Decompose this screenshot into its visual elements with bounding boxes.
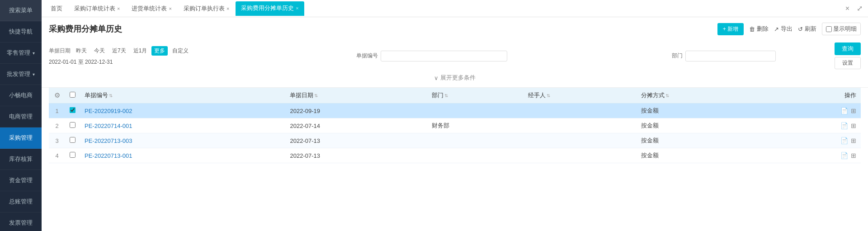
op-cell: 📄 ⊞ xyxy=(771,118,861,133)
filter-row-1: 单据日期 昨天 今天 近7天 近1月 更多 自定义 2022-01-01 至 2… xyxy=(49,42,861,69)
filter-area: 单据日期 昨天 今天 近7天 近1月 更多 自定义 2022-01-01 至 2… xyxy=(42,39,868,88)
doc-no-link[interactable]: PE-20220919-002 xyxy=(85,108,132,114)
export-button[interactable]: ↗ 导出 xyxy=(774,25,793,33)
op-icons: 📄 ⊞ xyxy=(775,137,856,144)
detail-icon[interactable]: ⊞ xyxy=(851,107,856,114)
close-all-tabs-icon[interactable]: × xyxy=(844,4,851,14)
tab-close-icon[interactable]: × xyxy=(296,5,298,11)
data-table-wrap: ⚙ 单据编号 ⇅ 单据日期 ⇅ xyxy=(42,88,868,231)
refresh-button[interactable]: ↺ 刷新 xyxy=(798,25,816,33)
handler-cell xyxy=(524,104,637,118)
sidebar-item-ledger[interactable]: 总账管理 xyxy=(0,191,42,212)
sidebar-item-label: 总账管理 xyxy=(9,198,33,205)
sidebar-item-quick-nav[interactable]: 快捷导航 xyxy=(0,21,42,42)
op-icons: 📄 ⊞ xyxy=(775,122,856,129)
sort-icon[interactable]: ⇅ xyxy=(665,93,669,98)
row-checkbox[interactable] xyxy=(70,122,75,128)
detail-icon[interactable]: ⊞ xyxy=(851,137,856,144)
row-checkbox[interactable] xyxy=(70,107,75,113)
query-button[interactable]: 查询 xyxy=(835,42,861,55)
page-title: 采购费用分摊单历史 xyxy=(49,24,122,34)
row-num: 2 xyxy=(49,118,65,133)
dept-select[interactable]: 财务部 xyxy=(685,51,776,61)
split-method-cell: 按金额 xyxy=(637,118,771,133)
row-num: 4 xyxy=(49,148,65,163)
col-checkbox xyxy=(65,88,80,104)
split-method-cell: 按金额 xyxy=(637,104,771,118)
date-btn-custom[interactable]: 自定义 xyxy=(170,46,191,56)
detail-icon[interactable]: ⊞ xyxy=(851,122,856,129)
sidebar-item-wholesale[interactable]: 批发管理 ▾ xyxy=(0,64,42,85)
table-header: ⚙ 单据编号 ⇅ 单据日期 ⇅ xyxy=(49,88,861,104)
tab-purchase-order-exec[interactable]: 采购订单执行表 × xyxy=(178,2,235,15)
tab-purchase-cost-split[interactable]: 采购费用分摊单历史 × xyxy=(236,1,304,16)
add-button[interactable]: + 新增 xyxy=(717,23,744,35)
col-settings[interactable]: ⚙ xyxy=(49,88,65,104)
tab-close-icon[interactable]: × xyxy=(169,6,171,11)
gear-icon[interactable]: ⚙ xyxy=(54,91,60,99)
view-icon[interactable]: 📄 xyxy=(840,137,848,144)
date-btn-7days[interactable]: 近7天 xyxy=(109,46,129,56)
date-btn-1month[interactable]: 近1月 xyxy=(131,46,150,56)
sort-icon[interactable]: ⇅ xyxy=(547,93,550,98)
handler-cell xyxy=(524,148,637,163)
tab-close-icon[interactable]: × xyxy=(117,6,120,11)
col-dept: 部门 ⇅ xyxy=(427,88,524,104)
date-filter-label: 单据日期 xyxy=(49,47,71,55)
select-all-checkbox[interactable] xyxy=(70,92,75,98)
detail-icon[interactable]: ⊞ xyxy=(851,152,856,159)
sidebar-item-label: 零售管理 xyxy=(7,49,30,56)
doc-no-link[interactable]: PE-20220714-001 xyxy=(85,123,132,129)
row-checkbox[interactable] xyxy=(70,137,75,143)
settings-button[interactable]: 设置 xyxy=(835,57,861,69)
date-btn-yesterday[interactable]: 昨天 xyxy=(73,46,90,56)
sidebar-item-ecom[interactable]: 电商管理 xyxy=(0,106,42,127)
date-btn-more[interactable]: 更多 xyxy=(151,46,168,56)
op-cell: 📄 ⊞ xyxy=(771,133,861,148)
sidebar-item-label: 快捷导航 xyxy=(9,28,33,35)
doc-no-cell: PE-20220713-001 xyxy=(80,148,285,163)
sidebar-item-invoice[interactable]: 发票管理 xyxy=(0,212,42,231)
sidebar-item-retail[interactable]: 零售管理 ▾ xyxy=(0,42,42,64)
delete-button[interactable]: 🗑 删除 xyxy=(749,25,769,33)
date-btn-today[interactable]: 今天 xyxy=(91,46,108,56)
date-quick-buttons: 昨天 今天 近7天 近1月 更多 自定义 xyxy=(73,46,191,56)
expand-icon[interactable]: ⤢ xyxy=(855,3,864,14)
chevron-down-icon: ▾ xyxy=(33,72,35,77)
doc-no-input[interactable] xyxy=(381,51,507,61)
doc-no-link[interactable]: PE-20220713-001 xyxy=(85,152,132,159)
sidebar-item-finance[interactable]: 资金管理 xyxy=(0,170,42,191)
sidebar-item-label: 电商管理 xyxy=(9,113,33,120)
view-icon[interactable]: 📄 xyxy=(840,107,848,114)
dept-label: 部门 xyxy=(672,52,683,60)
col-operation: 操作 xyxy=(771,88,861,104)
op-icons: 📄 ⊞ xyxy=(775,107,856,114)
split-method-cell: 按金额 xyxy=(637,148,771,163)
show-cols-checkbox[interactable] xyxy=(826,26,832,32)
sidebar-item-inventory[interactable]: 库存核算 xyxy=(0,149,42,170)
delete-label: 删除 xyxy=(757,25,769,33)
table-row: 3 PE-20220713-003 2022-07-13 按金额 📄 ⊞ xyxy=(49,133,861,148)
sidebar-item-purchase[interactable]: 采购管理 xyxy=(0,127,42,149)
expand-more-conditions[interactable]: ∨ 展开更多条件 xyxy=(49,72,861,84)
tab-home[interactable]: 首页 xyxy=(45,2,68,15)
doc-no-link[interactable]: PE-20220713-003 xyxy=(85,137,132,144)
dept-cell xyxy=(427,148,524,163)
table-row: 4 PE-20220713-001 2022-07-13 按金额 📄 ⊞ xyxy=(49,148,861,163)
sidebar-item-label: 搜索菜单 xyxy=(9,7,33,14)
tab-purchase-order-stat[interactable]: 采购订单统计表 × xyxy=(69,2,125,15)
sort-icon[interactable]: ⇅ xyxy=(444,93,448,98)
tab-purchase-goods-stat[interactable]: 进货单统计表 × xyxy=(126,2,177,15)
view-icon[interactable]: 📄 xyxy=(840,152,848,159)
row-checkbox[interactable] xyxy=(70,152,75,158)
date-range-display: 2022-01-01 至 2022-12-31 xyxy=(49,58,191,66)
sort-icon[interactable]: ⇅ xyxy=(314,93,318,98)
sidebar-item-mini-shop[interactable]: 小畅电商 xyxy=(0,85,42,106)
show-cols-button[interactable]: 显示明细 xyxy=(822,23,861,35)
dept-cell: 财务部 xyxy=(427,118,524,133)
refresh-icon: ↺ xyxy=(798,26,803,33)
sort-icon[interactable]: ⇅ xyxy=(109,93,113,98)
tab-close-icon[interactable]: × xyxy=(226,6,229,11)
view-icon[interactable]: 📄 xyxy=(840,122,848,129)
sidebar-item-search[interactable]: 搜索菜单 xyxy=(0,0,42,21)
